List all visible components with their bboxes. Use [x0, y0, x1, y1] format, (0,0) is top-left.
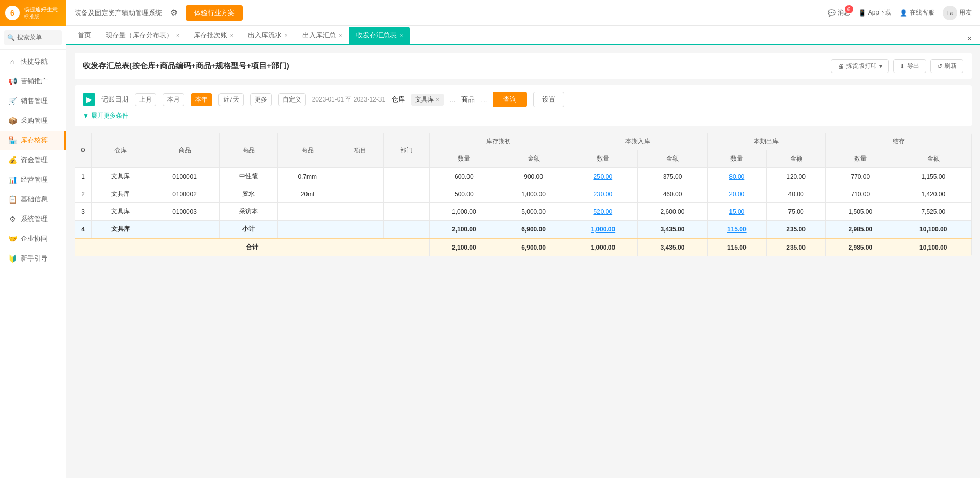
footer-out-amt: 235.00	[766, 238, 825, 256]
row-balance-amt: 7,525.00	[895, 203, 972, 221]
query-button[interactable]: 查询	[493, 92, 527, 107]
row-opening-amt: 5,000.00	[499, 203, 568, 221]
col-balance-amt: 金额	[895, 150, 972, 168]
col-balance-qty: 数量	[826, 150, 895, 168]
sidebar-header: 6 畅捷通好生意 标准版	[0, 0, 66, 26]
col-warehouse-header: 仓库	[92, 133, 150, 168]
col-goods-spec-header: 商品	[278, 133, 337, 168]
date-btn-this-month[interactable]: 本月	[163, 93, 184, 106]
row-warehouse: 文具库	[92, 168, 150, 185]
sidebar-item-system[interactable]: ⚙ 系统管理	[0, 209, 66, 229]
search-menu-button[interactable]: 🔍 搜索菜单	[4, 30, 62, 45]
row-in-qty[interactable]: 520.00	[568, 203, 638, 221]
row-no: 2	[75, 185, 92, 203]
app-subtitle: 标准版	[24, 13, 58, 20]
row-project	[337, 185, 383, 203]
sidebar-item-purchase[interactable]: 📦 采购管理	[0, 111, 66, 131]
user-menu-button[interactable]: Ea 用友	[943, 6, 972, 20]
app-download-button[interactable]: 📱 App下载	[858, 8, 891, 17]
message-icon: 💬	[828, 9, 836, 17]
tab-home[interactable]: 首页	[70, 27, 98, 44]
app-name: 畅捷通好生意	[24, 6, 58, 13]
row-dept	[383, 168, 429, 185]
date-btn-this-year[interactable]: 本年	[191, 93, 212, 106]
page-header: 收发存汇总表(按仓库+商品编码+商品+规格型号+项目+部门) 🖨 拣货版打印 ▾…	[75, 53, 972, 79]
print-button[interactable]: 🖨 拣货版打印 ▾	[831, 59, 889, 73]
row-in-qty[interactable]: 1,000.00	[568, 221, 638, 239]
row-dept	[383, 203, 429, 221]
row-out-qty[interactable]: 115.00	[707, 221, 766, 239]
row-out-qty[interactable]: 80.00	[707, 168, 766, 185]
row-no: 3	[75, 203, 92, 221]
tab-batch[interactable]: 库存批次账 ×	[186, 27, 241, 44]
tab-collect-summary[interactable]: 收发存汇总表 ×	[349, 27, 410, 44]
marketing-icon: 📢	[8, 77, 17, 85]
row-out-qty[interactable]: 20.00	[707, 185, 766, 203]
date-btn-7days[interactable]: 近7天	[218, 93, 244, 106]
row-out-amt: 40.00	[766, 185, 825, 203]
row-in-amt: 3,435.00	[638, 221, 707, 239]
main-content: 收发存汇总表(按仓库+商品编码+商品+规格型号+项目+部门) 🖨 拣货版打印 ▾…	[66, 0, 980, 478]
row-in-qty[interactable]: 230.00	[568, 185, 638, 203]
print-icon: 🖨	[838, 63, 844, 70]
warehouse-tag-close[interactable]: ×	[436, 96, 439, 103]
trial-button[interactable]: 体验行业方案	[186, 5, 243, 21]
refresh-button[interactable]: ↺ 刷新	[930, 59, 963, 73]
footer-balance-qty: 2,985.00	[826, 238, 895, 256]
export-button[interactable]: ⬇ 导出	[893, 59, 926, 73]
row-in-qty[interactable]: 250.00	[568, 168, 638, 185]
sales-icon: 🛒	[8, 97, 17, 105]
close-all-tabs-button[interactable]: ×	[963, 34, 976, 44]
topbar: 装备及固定资产辅助管理系统 ⚙ 体验行业方案 💬 消息 6 📱 App下载 👤 …	[66, 0, 980, 26]
footer-row: 合计 2,100.00 6,900.00 1,000.00 3,435.00 1…	[75, 238, 972, 256]
filter-row-1: ▶ 记账日期 上月 本月 本年 近7天 更多 自定义 2023-01-01 至 …	[83, 92, 963, 107]
row-balance-amt: 1,155.00	[895, 168, 972, 185]
sidebar-item-basic[interactable]: 📋 基础信息	[0, 190, 66, 209]
warehouse-more-button[interactable]: ...	[450, 96, 456, 104]
date-btn-more[interactable]: 更多	[250, 93, 272, 106]
row-goods-name: 中性笔	[220, 168, 278, 185]
sidebar-item-quick-nav[interactable]: ⌂ 快捷导航	[0, 52, 66, 71]
col-settings[interactable]: ⚙	[75, 133, 92, 168]
online-service-button[interactable]: 👤 在线客服	[900, 8, 934, 17]
settings-filter-button[interactable]: 设置	[533, 92, 564, 107]
settings-button[interactable]: ⚙	[168, 6, 180, 20]
tab-close-collect-summary[interactable]: ×	[400, 33, 403, 38]
date-btn-last-month[interactable]: 上月	[135, 93, 156, 106]
message-button[interactable]: 💬 消息 6	[828, 8, 850, 17]
avatar: Ea	[943, 6, 957, 20]
row-goods-name: 胶水	[220, 185, 278, 203]
warehouse-filter-label: 仓库	[391, 95, 405, 104]
tab-close-in-out-summary[interactable]: ×	[339, 33, 342, 38]
sidebar-item-marketing[interactable]: 📢 营销推广	[0, 71, 66, 91]
footer-in-qty: 1,000.00	[568, 238, 638, 256]
row-goods-name: 采访本	[220, 203, 278, 221]
goods-more-button[interactable]: ...	[481, 96, 487, 104]
tab-in-out-flow[interactable]: 出入库流水 ×	[241, 27, 295, 44]
tab-in-out-summary[interactable]: 出入库汇总 ×	[295, 27, 349, 44]
filter-toggle-button[interactable]: ▶	[83, 93, 95, 106]
row-out-qty[interactable]: 15.00	[707, 203, 766, 221]
sidebar-item-inventory[interactable]: 🏪 库存核算	[0, 131, 66, 150]
tab-stock-dist[interactable]: 现存量（库存分布表） ×	[98, 27, 186, 44]
sidebar-item-operations[interactable]: 📊 经营管理	[0, 170, 66, 190]
col-project-header: 项目	[337, 133, 383, 168]
tab-close-in-out-flow[interactable]: ×	[285, 33, 288, 38]
tab-close-batch[interactable]: ×	[230, 33, 233, 38]
sidebar-item-guide[interactable]: 🔰 新手引导	[0, 249, 66, 268]
col-out-amt: 金额	[766, 150, 825, 168]
row-goods-spec: 20ml	[278, 185, 337, 203]
row-warehouse: 文具库	[92, 203, 150, 221]
row-no: 1	[75, 168, 92, 185]
col-opening-amt: 金额	[499, 150, 568, 168]
row-warehouse: 文具库	[92, 185, 150, 203]
col-out-header: 本期出库	[707, 133, 826, 151]
tab-close-stock-dist[interactable]: ×	[176, 33, 179, 38]
sidebar-logo: 6	[5, 6, 20, 20]
chevron-down-icon: ▾	[879, 63, 882, 70]
sidebar-item-finance[interactable]: 💰 资金管理	[0, 150, 66, 170]
expand-conditions-button[interactable]: ▼ 展开更多条件	[83, 111, 963, 120]
sidebar-item-sales[interactable]: 🛒 销售管理	[0, 91, 66, 111]
sidebar-item-coop[interactable]: 🤝 企业协同	[0, 229, 66, 249]
date-btn-custom[interactable]: 自定义	[278, 93, 306, 106]
